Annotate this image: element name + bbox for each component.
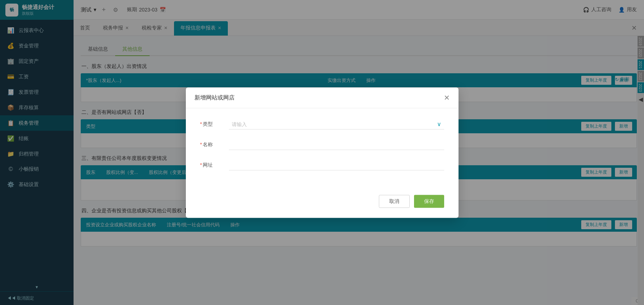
type-dropdown-icon[interactable]: ∨ xyxy=(437,121,441,128)
dialog-body: *类型 ∨ *名称 *网址 xyxy=(186,108,459,188)
name-input-wrap xyxy=(229,139,444,150)
url-required-mark: * xyxy=(200,162,202,168)
type-input[interactable] xyxy=(229,119,444,129)
form-row-url: *网址 xyxy=(200,160,444,170)
form-row-name: *名称 xyxy=(200,139,444,150)
dialog-close-button[interactable]: ✕ xyxy=(444,94,450,101)
name-required-mark: * xyxy=(200,142,202,147)
name-label: *名称 xyxy=(200,142,229,148)
cancel-button[interactable]: 取消 xyxy=(379,195,410,208)
name-input[interactable] xyxy=(229,139,444,149)
form-row-type: *类型 ∨ xyxy=(200,119,444,129)
dialog-footer: 取消 保存 xyxy=(186,188,459,218)
url-input-wrap xyxy=(229,160,444,170)
url-input[interactable] xyxy=(229,160,444,170)
dialog-header: 新增网站或网店 ✕ xyxy=(186,87,459,108)
dialog-title: 新增网站或网店 xyxy=(194,94,235,101)
save-button[interactable]: 保存 xyxy=(414,195,444,208)
type-input-wrap: ∨ xyxy=(229,119,444,129)
type-label: *类型 xyxy=(200,121,229,128)
add-website-dialog: 新增网站或网店 ✕ *类型 ∨ *名称 *网址 xyxy=(186,87,459,218)
url-label: *网址 xyxy=(200,162,229,168)
type-required-mark: * xyxy=(200,121,202,127)
